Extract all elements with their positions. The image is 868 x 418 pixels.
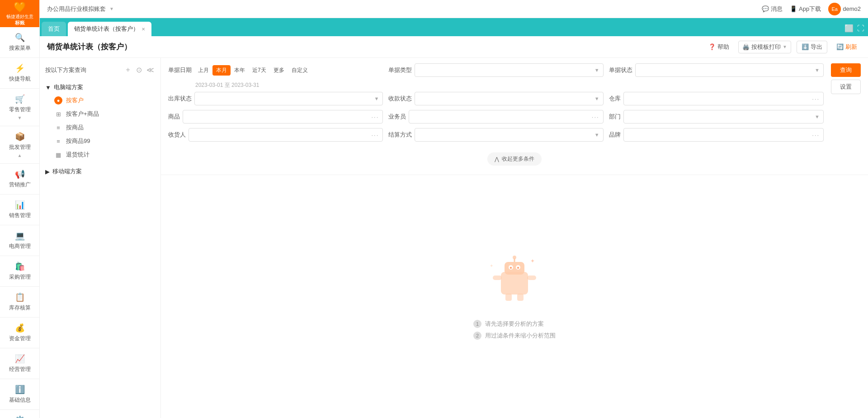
scheme-item-by-goods99[interactable]: ≡ 按商品99: [40, 134, 160, 148]
department-label: 部门: [609, 113, 621, 121]
filter-fields-col: 单据日期 上月 本月 本年 近7天 更多 自定义: [168, 63, 824, 146]
scheme-collapse-icon[interactable]: ≪: [146, 65, 155, 75]
retail-icon: 🛒: [15, 94, 25, 104]
doc-type-select[interactable]: ▼: [415, 63, 603, 77]
sidebar-item-label: 库存核算: [9, 304, 31, 312]
collect-status-select[interactable]: ▼: [415, 92, 603, 105]
scheme-group-desktop-title[interactable]: ▼ 电脑端方案: [40, 81, 160, 94]
scheme-item-by-customer-goods[interactable]: ⊞ 按客户+商品: [40, 107, 160, 121]
tab-collapse-icon[interactable]: ⬜: [844, 24, 854, 36]
message-button[interactable]: 💬 消息: [762, 5, 783, 13]
sidebar-item-marketing[interactable]: 📢 营销推广: [0, 164, 40, 195]
sidebar-item-finance[interactable]: 💰 资金管理: [0, 318, 40, 348]
brand-label: 品牌: [609, 131, 621, 139]
export-button[interactable]: ⬇️ 导出: [797, 41, 827, 53]
empty-tips: 1 请先选择要分析的方案 2 用过滤条件来缩小分析范围: [473, 320, 556, 340]
scheme-settings-icon[interactable]: ⊙: [135, 65, 143, 75]
filter-cell-salesman: 业务员 ···: [388, 110, 603, 124]
tab-bar: 首页 销货单统计表（按客户） ✕ ⬜ ⛶: [40, 18, 868, 36]
sidebar-item-label: 销售管理: [9, 212, 31, 219]
group-collapse-arrow: ▼: [45, 84, 51, 91]
receiver-dots: ···: [371, 132, 379, 138]
filter-cell-goods: 商品 ···: [168, 110, 383, 124]
page-actions: ❓ 帮助 🖨️ 按模板打印 ▼ ⬇️ 导出 🔄 刷新: [705, 41, 861, 53]
sidebar-item-quick-nav[interactable]: ⚡ 快捷导航: [0, 58, 40, 89]
tab-close-icon[interactable]: ✕: [142, 27, 145, 32]
collapse-label: 收起更多条件: [502, 155, 534, 163]
scheme-panel-header: 按以下方案查询 ＋ ⊙ ≪: [40, 62, 160, 79]
goods-dots: ···: [371, 114, 379, 120]
filter-cell-date: 单据日期 上月 本月 本年 近7天 更多 自定义: [168, 63, 383, 77]
out-status-select[interactable]: ▼: [194, 92, 383, 105]
user-profile-button[interactable]: Ea demo2: [828, 3, 861, 15]
query-button[interactable]: 查询: [831, 63, 861, 77]
scheme-group-mobile-label: 移动端方案: [52, 167, 82, 176]
svg-text:✦: ✦: [490, 263, 493, 268]
settings-button[interactable]: 设置: [831, 80, 861, 94]
sidebar-item-operations[interactable]: 📈 经营管理: [0, 348, 40, 379]
sidebar-item-ecommerce[interactable]: 💻 电商管理: [0, 225, 40, 256]
date-btn-last-month[interactable]: 上月: [194, 65, 212, 76]
page-title-row: 销货单统计表（按客户） ❓ 帮助 🖨️ 按模板打印 ▼ ⬇️ 导出 🔄 刷新: [40, 36, 868, 58]
salesman-input[interactable]: ···: [409, 110, 603, 124]
salesman-label: 业务员: [388, 113, 406, 121]
svg-rect-1: [505, 262, 524, 275]
goods-label: 商品: [168, 113, 180, 121]
date-btn-more[interactable]: 更多: [270, 65, 288, 76]
sidebar-item-search-menu[interactable]: 🔍 搜索菜单: [0, 27, 40, 58]
marketing-icon: 📢: [15, 169, 25, 179]
receiver-input[interactable]: ···: [189, 128, 383, 142]
sidebar-item-label: 采购管理: [9, 273, 31, 281]
sidebar-item-sales-mgmt[interactable]: 📊 销售管理: [0, 195, 40, 225]
app-download-icon: 📱: [790, 5, 797, 12]
sidebar-item-inventory[interactable]: 📋 库存核算: [0, 287, 40, 318]
goods-input[interactable]: ···: [183, 110, 383, 124]
date-btn-this-month[interactable]: 本月: [212, 65, 231, 76]
refresh-button[interactable]: 🔄 刷新: [833, 41, 861, 53]
date-btn-custom[interactable]: 自定义: [288, 65, 311, 76]
date-btn-this-year[interactable]: 本年: [231, 65, 249, 76]
sidebar-item-label: 基础信息: [9, 396, 31, 404]
app-download-button[interactable]: 📱 App下载: [790, 5, 821, 13]
date-btn-last7[interactable]: 近7天: [249, 65, 270, 76]
sidebar-item-purchase[interactable]: 🛍️ 采购管理: [0, 256, 40, 287]
scheme-group-mobile: ▶ 移动端方案: [40, 163, 160, 180]
scheme-group-mobile-title[interactable]: ▶ 移动端方案: [40, 165, 160, 178]
filter-area: 单据日期 上月 本月 本年 近7天 更多 自定义: [161, 58, 868, 175]
filter-grid-row3: 商品 ··· 业务员: [168, 110, 824, 124]
help-button[interactable]: ❓ 帮助: [705, 41, 733, 53]
scheme-add-icon[interactable]: ＋: [123, 64, 132, 76]
logo-icon: 🧡: [14, 1, 26, 13]
scheme-item-by-customer[interactable]: ● 按客户: [40, 94, 160, 107]
warehouse-input[interactable]: ···: [623, 92, 824, 105]
doc-status-label: 单据状态: [609, 66, 632, 74]
tab-home[interactable]: 首页: [42, 22, 66, 36]
content-body: 按以下方案查询 ＋ ⊙ ≪ ▼ 电脑端方案 ● 按客户: [40, 58, 868, 418]
breadcrumb[interactable]: 办公用品行业模拟账套 ▼: [47, 5, 114, 13]
scheme-group-desktop-label: 电脑端方案: [54, 83, 83, 91]
scheme-item-return-stat[interactable]: ▦ 退货统计: [40, 148, 160, 162]
finance-icon: 💰: [15, 323, 25, 333]
department-select[interactable]: ▼: [623, 110, 824, 124]
app-logo: 🧡 畅捷通好生意 标账: [0, 0, 40, 27]
user-name: demo2: [843, 5, 861, 12]
message-label: 消息: [771, 5, 783, 13]
sidebar-item-retail[interactable]: 🛒 零售管理 ▼: [0, 89, 40, 126]
collapse-button[interactable]: ⋀ 收起更多条件: [487, 152, 542, 166]
sidebar-item-basic-info[interactable]: ℹ️ 基础信息: [0, 379, 40, 410]
tab-sales-stat[interactable]: 销货单统计表（按客户） ✕: [68, 22, 151, 36]
svg-rect-10: [493, 276, 502, 280]
doc-status-select[interactable]: ▼: [635, 63, 824, 77]
payment-select[interactable]: ▼: [415, 128, 603, 142]
template-print-button[interactable]: 🖨️ 按模板打印 ▼: [738, 41, 791, 53]
collapse-icon: ⋀: [495, 156, 499, 162]
doc-status-arrow: ▼: [815, 67, 820, 73]
filter-cell-warehouse: 仓库 ···: [609, 92, 824, 105]
brand-dots: ···: [812, 132, 820, 138]
brand-input[interactable]: ···: [623, 128, 824, 142]
scheme-item-by-goods[interactable]: ≡ 按商品: [40, 121, 160, 134]
sidebar-item-sys-mgmt[interactable]: ⚙️ 系统管理: [0, 410, 40, 418]
sidebar-item-wholesale[interactable]: 📦 批发管理 ▲: [0, 126, 40, 164]
main-area: 办公用品行业模拟账套 ▼ 💬 消息 📱 App下载 Ea demo2 首页: [40, 0, 868, 418]
tab-maximize-icon[interactable]: ⛶: [857, 24, 864, 36]
